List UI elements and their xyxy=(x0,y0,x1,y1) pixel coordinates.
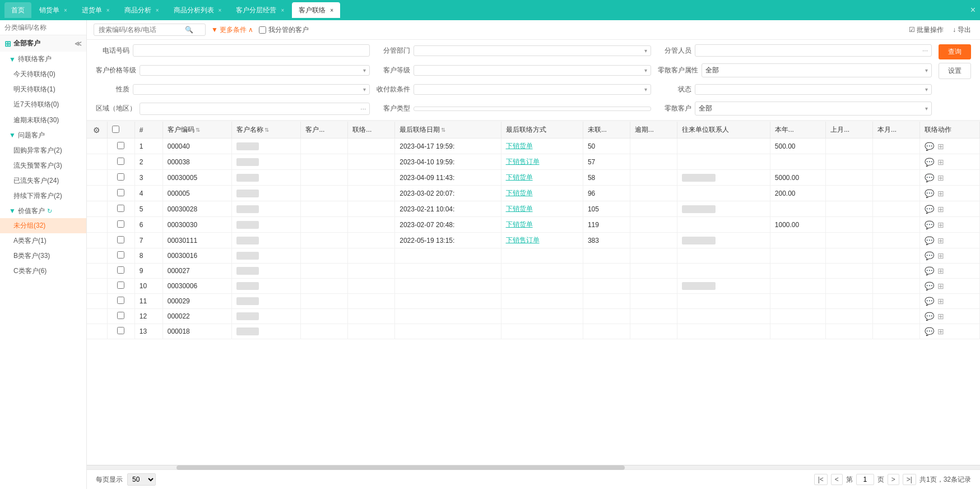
sidebar-item-c-class[interactable]: C类客户(6) xyxy=(0,264,86,279)
tab-purchase[interactable]: 进货单 × xyxy=(75,2,117,18)
close-analysis-list-icon[interactable]: × xyxy=(219,7,222,13)
tab-analysis-list[interactable]: 商品分析列表 × xyxy=(167,2,229,18)
grid-action-icon[interactable]: ⊞ xyxy=(937,297,944,306)
next-page-btn[interactable]: > xyxy=(888,474,899,485)
window-close-button[interactable]: × xyxy=(970,5,976,15)
row-checkbox[interactable] xyxy=(117,251,124,259)
per-page-select[interactable]: 50 100 xyxy=(127,473,156,486)
close-customer-contact-icon[interactable]: × xyxy=(330,7,333,13)
my-customers-checkbox[interactable] xyxy=(259,26,266,34)
last-page-btn[interactable]: >| xyxy=(903,474,916,485)
prev-page-btn[interactable]: < xyxy=(831,474,843,485)
chat-icon[interactable]: 💬 xyxy=(925,205,934,214)
price-grade-select[interactable]: ▾ xyxy=(140,65,370,76)
row-checkbox[interactable] xyxy=(117,282,124,289)
region-dots[interactable]: ··· xyxy=(360,105,366,113)
phone-input[interactable] xyxy=(133,44,370,57)
row-checkbox[interactable] xyxy=(117,205,124,212)
name-sort-icon[interactable]: ⇅ xyxy=(264,127,269,133)
close-sales-icon[interactable]: × xyxy=(64,7,67,13)
method-link[interactable]: 下销售订单 xyxy=(506,236,540,244)
chat-icon[interactable]: 💬 xyxy=(925,173,934,182)
gear-icon[interactable]: ⚙ xyxy=(93,126,100,135)
sidebar-item-abnormal[interactable]: 固购异常客户(2) xyxy=(0,143,86,158)
sidebar-item-churn-warning[interactable]: 流失预警客户(3) xyxy=(0,158,86,173)
sidebar-item-overdue[interactable]: 逾期未联络(30) xyxy=(0,113,86,128)
grid-action-icon[interactable]: ⊞ xyxy=(937,173,944,182)
batch-ops-btn[interactable]: ☑ 批量操作 xyxy=(907,24,946,36)
sidebar-item-declining[interactable]: 持续下滑客户(2) xyxy=(0,188,86,204)
row-checkbox[interactable] xyxy=(117,220,124,228)
grid-action-icon[interactable]: ⊞ xyxy=(937,158,944,167)
row-checkbox[interactable] xyxy=(117,327,124,334)
grid-action-icon[interactable]: ⊞ xyxy=(937,205,944,214)
method-link[interactable]: 下销货单 xyxy=(506,220,533,228)
collapse-icon[interactable]: ≪ xyxy=(75,40,82,48)
sidebar-item-ungroup[interactable]: 未分组(32) xyxy=(0,218,86,233)
method-link[interactable]: 下销货单 xyxy=(506,142,533,150)
sidebar-item-7days[interactable]: 近7天待联络(0) xyxy=(0,97,86,112)
date-sort-icon[interactable]: ⇅ xyxy=(441,127,445,133)
query-button[interactable]: 查询 xyxy=(939,44,971,59)
export-btn[interactable]: ↓ 导出 xyxy=(950,24,973,36)
scatter-customer-select[interactable]: 全部 ▾ xyxy=(695,102,932,116)
grid-action-icon[interactable]: ⊞ xyxy=(937,266,944,275)
select-all-checkbox[interactable] xyxy=(112,126,119,133)
waiting-group-header[interactable]: ▼ 待联络客户 xyxy=(0,52,86,67)
scrollbar-thumb[interactable] xyxy=(177,465,625,470)
row-checkbox[interactable] xyxy=(117,312,124,319)
search-icon[interactable]: 🔍 xyxy=(185,26,193,34)
manager-select[interactable]: ··· xyxy=(695,44,932,57)
close-purchase-icon[interactable]: × xyxy=(106,7,110,13)
manager-dots[interactable]: ··· xyxy=(922,47,928,54)
th-gear[interactable]: ⚙ xyxy=(87,122,107,139)
problem-group-header[interactable]: ▼ 问题客户 xyxy=(0,128,86,143)
page-input[interactable] xyxy=(856,474,874,485)
nature-select[interactable]: ▾ xyxy=(133,84,370,95)
close-customer-layer-icon[interactable]: × xyxy=(281,7,284,13)
refresh-icon[interactable]: ↻ xyxy=(47,207,52,215)
scatter-attr-select[interactable]: 全部 ▾ xyxy=(702,63,932,77)
chat-icon[interactable]: 💬 xyxy=(925,297,934,306)
chat-icon[interactable]: 💬 xyxy=(925,220,934,229)
sidebar-item-tomorrow[interactable]: 明天待联络(1) xyxy=(0,82,86,97)
row-checkbox[interactable] xyxy=(117,142,124,149)
row-checkbox[interactable] xyxy=(117,297,124,304)
grid-action-icon[interactable]: ⊞ xyxy=(937,282,944,290)
method-link[interactable]: 下销货单 xyxy=(506,173,533,181)
row-checkbox[interactable] xyxy=(117,189,124,196)
close-analysis-icon[interactable]: × xyxy=(156,7,159,13)
row-checkbox[interactable] xyxy=(117,173,124,181)
grid-action-icon[interactable]: ⊞ xyxy=(937,189,944,198)
customer-type-select[interactable] xyxy=(414,107,651,111)
more-filters-btn[interactable]: ▼ 更多条件 ∧ xyxy=(211,25,253,35)
tab-home[interactable]: 首页 xyxy=(4,2,31,18)
grid-action-icon[interactable]: ⊞ xyxy=(937,236,944,245)
sidebar-item-b-class[interactable]: B类客户(33) xyxy=(0,248,86,264)
region-select[interactable]: ··· xyxy=(140,103,370,115)
chat-icon[interactable]: 💬 xyxy=(925,282,934,290)
grid-action-icon[interactable]: ⊞ xyxy=(937,220,944,229)
status-select[interactable]: ▾ xyxy=(695,84,932,95)
chat-icon[interactable]: 💬 xyxy=(925,158,934,167)
chat-icon[interactable]: 💬 xyxy=(925,312,934,321)
method-link[interactable]: 下销售订单 xyxy=(506,158,540,165)
chat-icon[interactable]: 💬 xyxy=(925,266,934,275)
grid-action-icon[interactable]: ⊞ xyxy=(937,251,944,260)
payment-select[interactable]: ▾ xyxy=(414,84,651,95)
chat-icon[interactable]: 💬 xyxy=(925,251,934,260)
sidebar-item-today[interactable]: 今天待联络(0) xyxy=(0,67,86,82)
sidebar-item-a-class[interactable]: A类客户(1) xyxy=(0,233,86,248)
grid-action-icon[interactable]: ⊞ xyxy=(937,142,944,151)
tab-customer-contact[interactable]: 客户联络 × xyxy=(292,2,340,18)
horizontal-scrollbar[interactable] xyxy=(87,465,980,469)
row-checkbox[interactable] xyxy=(117,266,124,274)
sidebar-search-input[interactable] xyxy=(4,24,87,31)
grid-action-icon[interactable]: ⊞ xyxy=(937,327,944,336)
sidebar-item-churned[interactable]: 已流失客户(24) xyxy=(0,173,86,188)
all-customers-header[interactable]: ⊞ 全部客户 ≪ xyxy=(0,35,86,52)
score-group-header[interactable]: ▼ 价值客户 ↻ xyxy=(0,204,86,218)
chat-icon[interactable]: 💬 xyxy=(925,142,934,151)
row-checkbox[interactable] xyxy=(117,158,124,165)
first-page-btn[interactable]: |< xyxy=(814,474,828,485)
